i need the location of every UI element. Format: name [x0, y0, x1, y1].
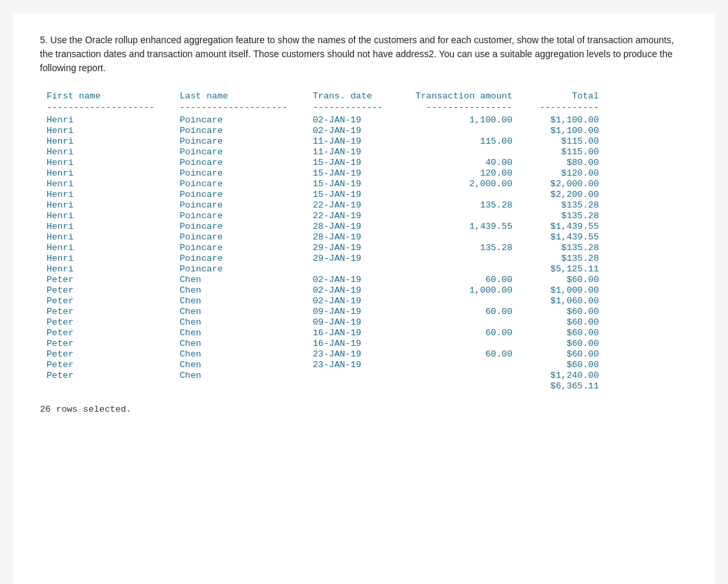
table-row: PeterChen02-JAN-191,000.00$1,000.00 — [47, 285, 688, 295]
page-container: 5. Use the Oracle rollup enhanced aggreg… — [13, 13, 715, 584]
table-body: HenriPoincare02-JAN-191,100.00$1,100.00H… — [47, 115, 688, 391]
header-first-name: First name — [47, 91, 180, 101]
table-row: HenriPoincare22-JAN-19135.28$135.28 — [47, 200, 688, 210]
table-row: PeterChen02-JAN-1960.00$60.00 — [47, 275, 688, 285]
table-row: PeterChen02-JAN-19 $1,060.00 — [47, 296, 688, 306]
table-row: HenriPoincare02-JAN-19 $1,100.00 — [47, 126, 688, 136]
table-row: PeterChen23-JAN-19 $60.00 — [47, 360, 688, 370]
table-row: HenriPoincare15-JAN-19 $2,200.00 — [47, 190, 688, 200]
question-number: 5. — [40, 35, 48, 45]
table-row: PeterChen09-JAN-19 $60.00 — [47, 317, 688, 327]
table-row: PeterChen23-JAN-1960.00$60.00 — [47, 349, 688, 359]
table-row: $6,365.11 — [47, 381, 688, 391]
header-last-name: Last name — [180, 91, 313, 101]
table-row: HenriPoincare15-JAN-19120.00$120.00 — [47, 168, 688, 178]
table-row: HenriPoincare02-JAN-191,100.00$1,100.00 — [47, 115, 688, 125]
table-row: HenriPoincare29-JAN-19 $135.28 — [47, 253, 688, 263]
rows-selected-text: 26 rows selected. — [40, 404, 132, 414]
rows-selected: 26 rows selected. — [40, 404, 688, 414]
divider-first-name: -------------------- — [47, 102, 180, 112]
table-row: HenriPoincare11-JAN-19115.00$115.00 — [47, 136, 688, 146]
divider-trans-amount: ---------------- — [406, 102, 519, 112]
query-result: First name Last name Trans. date Transac… — [47, 91, 688, 391]
table-row: PeterChen $1,240.00 — [47, 370, 688, 380]
table-row: HenriPoincare28-JAN-19 $1,439.55 — [47, 232, 688, 242]
table-row: HenriPoincare $5,125.11 — [47, 264, 688, 274]
table-row: PeterChen16-JAN-19 $60.00 — [47, 339, 688, 349]
divider-total: ----------- — [519, 102, 599, 112]
header-trans-date: Trans. date — [313, 91, 406, 101]
table-row: HenriPoincare28-JAN-191,439.55$1,439.55 — [47, 221, 688, 231]
table-row: PeterChen16-JAN-1960.00$60.00 — [47, 328, 688, 338]
table-row: HenriPoincare29-JAN-19135.28$135.28 — [47, 243, 688, 253]
table-divider-row: -------------------- -------------------… — [47, 102, 688, 112]
divider-trans-date: ------------- — [313, 102, 406, 112]
table-row: HenriPoincare22-JAN-19 $135.28 — [47, 211, 688, 221]
table-row: HenriPoincare15-JAN-1940.00$80.00 — [47, 158, 688, 168]
question-body: Use the Oracle rollup enhanced aggregati… — [40, 35, 674, 73]
header-trans-amount: Transaction amount — [406, 91, 519, 101]
header-total: Total — [519, 91, 599, 101]
table-row: HenriPoincare15-JAN-192,000.00$2,000.00 — [47, 179, 688, 189]
table-header-row: First name Last name Trans. date Transac… — [47, 91, 688, 101]
table-row: PeterChen09-JAN-1960.00$60.00 — [47, 307, 688, 317]
divider-last-name: -------------------- — [180, 102, 313, 112]
question-block: 5. Use the Oracle rollup enhanced aggreg… — [40, 33, 688, 75]
table-row: HenriPoincare11-JAN-19 $115.00 — [47, 147, 688, 157]
